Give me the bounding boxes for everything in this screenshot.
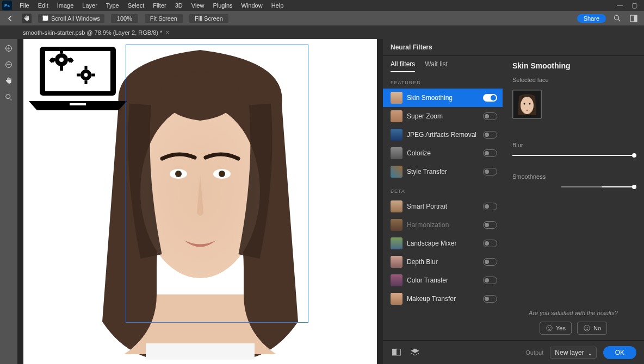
zoom-value[interactable]: 100% <box>111 14 138 23</box>
filter-thumb <box>391 147 403 159</box>
filter-smart-portrait[interactable]: Smart Portrait <box>383 197 503 216</box>
share-button[interactable]: Share <box>577 14 606 23</box>
feedback-section: Are you satisfied with the results? Yes … <box>512 310 634 335</box>
svg-rect-27 <box>60 49 63 53</box>
featured-label: FEATURED <box>383 72 503 89</box>
blur-label: Blur <box>512 142 634 148</box>
filter-super-zoom[interactable]: Super Zoom <box>383 107 503 125</box>
toggle-colorize[interactable] <box>483 149 497 157</box>
svg-point-49 <box>586 327 586 328</box>
target-icon[interactable] <box>3 42 15 54</box>
tab-wait-list[interactable]: Wait list <box>425 60 448 72</box>
maximize-icon[interactable]: ▢ <box>630 1 639 10</box>
svg-point-43 <box>524 103 525 105</box>
menu-3d[interactable]: 3D <box>171 1 187 10</box>
menu-window[interactable]: Window <box>237 1 267 10</box>
toggle-jpeg[interactable] <box>483 131 497 139</box>
filter-list: All filters Wait list FEATURED Skin Smoo… <box>383 56 503 340</box>
filter-style-transfer[interactable]: Style Transfer <box>383 162 503 181</box>
filter-makeup-transfer[interactable]: Makeup Transfer <box>383 290 503 308</box>
minimize-icon[interactable]: — <box>616 1 624 10</box>
svg-rect-28 <box>60 66 63 71</box>
svg-point-46 <box>548 327 549 328</box>
svg-rect-38 <box>84 80 87 84</box>
filter-landscape-mixer[interactable]: Landscape Mixer <box>383 234 503 253</box>
back-button[interactable] <box>5 14 15 23</box>
toggle-depth-blur[interactable] <box>483 258 497 266</box>
fill-screen-button[interactable]: Fill Screen <box>189 14 228 23</box>
toggle-skin-smoothing[interactable] <box>483 94 497 102</box>
blur-slider[interactable] <box>512 155 634 156</box>
workspace-icon[interactable] <box>629 14 639 23</box>
filter-jpeg-artifacts[interactable]: JPEG Artifacts Removal <box>383 125 503 144</box>
toggle-super-zoom[interactable] <box>483 112 497 120</box>
toggle-style-transfer[interactable] <box>483 168 497 175</box>
svg-line-1 <box>618 20 620 21</box>
menu-type[interactable]: Type <box>102 1 123 10</box>
document-tab[interactable]: smooth-skin-starter.psb @ 78.9% (Layer 2… <box>17 27 174 39</box>
chevron-down-icon: ⌄ <box>587 349 593 357</box>
svg-point-26 <box>59 58 64 62</box>
feedback-no[interactable]: No <box>577 322 607 335</box>
filter-skin-smoothing[interactable]: Skin Smoothing <box>383 89 503 107</box>
beta-label: BETA <box>383 181 503 197</box>
filter-depth-blur[interactable]: Depth Blur <box>383 253 503 271</box>
layers-icon[interactable] <box>409 347 421 359</box>
filter-color-transfer[interactable]: Color Transfer <box>383 271 503 290</box>
search-icon[interactable] <box>612 14 622 23</box>
scroll-all-windows-checkbox[interactable]: Scroll All Windows <box>38 14 104 23</box>
toggle-color-transfer[interactable] <box>483 277 497 284</box>
svg-point-21 <box>219 171 225 177</box>
hand-tool-icon[interactable] <box>22 14 32 23</box>
output-select[interactable]: New layer ⌄ <box>550 347 596 359</box>
filter-thumb <box>391 219 403 231</box>
selected-face-label: Selected face <box>512 77 634 83</box>
filter-detail: Skin Smoothing Selected face Blur Smooth… <box>503 56 644 340</box>
toggle-smart-portrait[interactable] <box>483 203 497 210</box>
ok-button[interactable]: OK <box>603 346 636 359</box>
smoothness-slider[interactable] <box>561 186 634 187</box>
menu-help[interactable]: Help <box>267 1 288 10</box>
menu-image[interactable]: Image <box>53 1 78 10</box>
menu-plugins[interactable]: Plugins <box>208 1 237 10</box>
selected-face-thumb[interactable] <box>512 90 542 119</box>
neural-filters-panel: Neural Filters All filters Wait list FEA… <box>383 39 644 364</box>
filter-colorize[interactable]: Colorize <box>383 144 503 162</box>
svg-point-47 <box>550 327 550 328</box>
filter-title: Skin Smoothing <box>512 61 634 70</box>
toggle-makeup-transfer[interactable] <box>483 295 497 303</box>
hand-icon[interactable] <box>3 75 15 87</box>
close-tab-icon[interactable]: × <box>165 29 169 36</box>
workspace: Neural Filters All filters Wait list FEA… <box>0 39 644 364</box>
laptop-gears-overlay <box>23 42 132 113</box>
panel-title: Neural Filters <box>383 39 644 56</box>
filter-thumb <box>391 166 403 178</box>
fit-screen-button[interactable]: Fit Screen <box>145 14 183 23</box>
menu-filter[interactable]: Filter <box>148 1 170 10</box>
filter-harmonization[interactable]: Harmonization <box>383 216 503 234</box>
toggle-harmonization[interactable] <box>483 221 497 229</box>
filter-thumb <box>391 274 403 286</box>
remove-icon[interactable] <box>3 59 15 71</box>
svg-rect-24 <box>70 103 86 105</box>
frown-icon <box>583 324 591 332</box>
smile-icon <box>546 324 553 332</box>
menu-edit[interactable]: Edit <box>34 1 53 10</box>
toggle-landscape-mixer[interactable] <box>483 240 497 247</box>
menu-file[interactable]: File <box>15 1 34 10</box>
feedback-yes[interactable]: Yes <box>540 322 572 335</box>
svg-point-0 <box>615 15 619 20</box>
preview-icon[interactable] <box>391 347 403 359</box>
zoom-icon[interactable] <box>3 91 15 103</box>
document-tab-title: smooth-skin-starter.psb @ 78.9% (Layer 2… <box>23 29 162 36</box>
canvas-area[interactable] <box>17 39 383 364</box>
output-label: Output <box>525 349 543 356</box>
panel-bottom-bar: Output New layer ⌄ OK <box>383 340 644 364</box>
scroll-all-checkbox-input[interactable] <box>42 15 48 21</box>
menu-select[interactable]: Select <box>123 1 149 10</box>
canvas[interactable] <box>23 39 377 364</box>
menu-layer[interactable]: Layer <box>78 1 102 10</box>
menu-view[interactable]: View <box>187 1 209 10</box>
tab-all-filters[interactable]: All filters <box>391 60 415 72</box>
svg-rect-52 <box>393 349 397 355</box>
